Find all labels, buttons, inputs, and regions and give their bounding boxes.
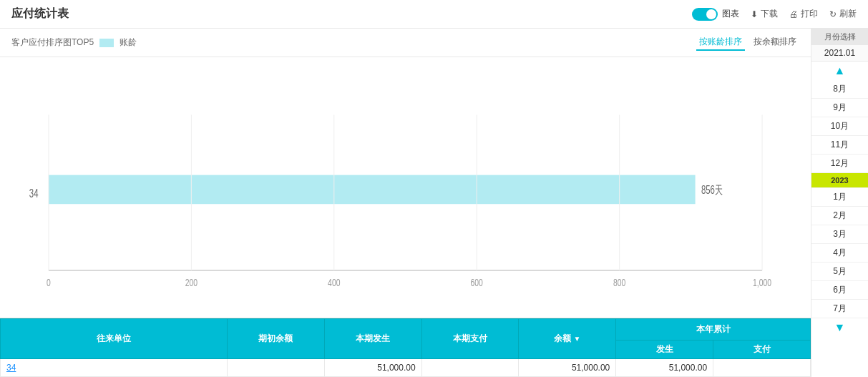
sidebar-month-4[interactable]: 4月 bbox=[811, 244, 868, 263]
svg-text:800: 800 bbox=[613, 277, 625, 288]
col-unit-header: 往来单位 bbox=[1, 319, 228, 359]
col-ytd-pay-header: 支付 bbox=[713, 341, 811, 359]
legend-title: 客户应付排序图TOP5 bbox=[11, 36, 94, 49]
sidebar-month-7[interactable]: 7月 bbox=[811, 300, 868, 318]
sidebar-title: 月份选择 bbox=[811, 29, 868, 45]
svg-text:600: 600 bbox=[471, 277, 483, 288]
sort-by-balance-button[interactable]: 按余额排序 bbox=[751, 34, 799, 51]
download-icon: ⬇ bbox=[751, 9, 758, 19]
sidebar-month-3[interactable]: 3月 bbox=[811, 225, 868, 244]
svg-text:856天: 856天 bbox=[701, 183, 723, 196]
sidebar-month-8[interactable]: 8月 bbox=[811, 80, 868, 99]
print-label: 打印 bbox=[801, 8, 818, 20]
table-header-row-1: 往来单位 期初余额 本期发生 本期支付 余额 ▼ 本年累计 bbox=[1, 319, 811, 341]
table-area: 往来单位 期初余额 本期发生 本期支付 余额 ▼ 本年累计 bbox=[0, 318, 811, 377]
chart-header: 客户应付排序图TOP5 账龄 按账龄排序 按余额排序 bbox=[0, 29, 811, 57]
svg-text:34: 34 bbox=[29, 187, 39, 200]
page-container: 应付统计表 图表 ⬇ 下载 🖨 打印 ↻ 刷新 bbox=[0, 0, 868, 377]
download-button[interactable]: ⬇ 下载 bbox=[751, 8, 778, 20]
sidebar-month-5[interactable]: 5月 bbox=[811, 263, 868, 281]
cell-balance: 51,000.00 bbox=[519, 359, 616, 377]
chart-toggle-switch[interactable] bbox=[692, 8, 718, 21]
col-ytd-header: 本年累计 bbox=[616, 319, 811, 341]
table-wrapper: 往来单位 期初余额 本期发生 本期支付 余额 ▼ 本年累计 bbox=[0, 318, 811, 377]
sidebar-month-10[interactable]: 10月 bbox=[811, 117, 868, 136]
sidebar-month-12[interactable]: 12月 bbox=[811, 155, 868, 173]
sidebar-year-input[interactable]: 2021.01 bbox=[811, 45, 868, 62]
cell-ytd-occur: 51,000.00 bbox=[616, 359, 713, 377]
cell-current-pay bbox=[421, 359, 519, 377]
chart-toggle-label: 图表 bbox=[722, 8, 739, 20]
col-ytd-occur-header: 发生 bbox=[616, 341, 713, 359]
refresh-label: 刷新 bbox=[839, 8, 857, 20]
table-body: 34 51,000.00 51,000.00 51,000.00 bbox=[1, 359, 811, 377]
chart-sort-buttons: 按账龄排序 按余额排序 bbox=[696, 34, 799, 51]
balance-sort-icon[interactable]: ▼ bbox=[574, 335, 581, 343]
cell-current-occur: 51,000.00 bbox=[324, 359, 421, 377]
cell-ytd-pay bbox=[713, 359, 811, 377]
col-current-occur-header: 本期发生 bbox=[324, 319, 421, 359]
data-table: 往来单位 期初余额 本期发生 本期支付 余额 ▼ 本年累计 bbox=[0, 318, 811, 377]
cell-unit: 34 bbox=[1, 359, 228, 377]
svg-text:1,000: 1,000 bbox=[753, 277, 771, 288]
print-button[interactable]: 🖨 打印 bbox=[789, 8, 818, 20]
col-balance-header: 余额 ▼ bbox=[519, 319, 616, 359]
header: 应付统计表 图表 ⬇ 下载 🖨 打印 ↻ 刷新 bbox=[0, 0, 868, 29]
col-opening-header: 期初余额 bbox=[227, 319, 324, 359]
chart-toggle-group[interactable]: 图表 bbox=[692, 8, 739, 21]
refresh-icon: ↻ bbox=[829, 9, 837, 19]
sidebar-month-9[interactable]: 9月 bbox=[811, 99, 868, 117]
unit-link[interactable]: 34 bbox=[6, 363, 16, 373]
legend-label: 账龄 bbox=[120, 36, 137, 49]
header-actions: 图表 ⬇ 下载 🖨 打印 ↻ 刷新 bbox=[692, 8, 857, 21]
sidebar-year-marker-2023[interactable]: 2023 bbox=[811, 173, 868, 188]
sidebar-month-1[interactable]: 1月 bbox=[811, 188, 868, 207]
sidebar-month-6[interactable]: 6月 bbox=[811, 281, 868, 300]
chart-legend: 客户应付排序图TOP5 账龄 bbox=[11, 36, 137, 49]
page-title: 应付统计表 bbox=[11, 6, 69, 21]
sidebar-down-arrow[interactable]: ▼ bbox=[811, 318, 868, 337]
svg-text:200: 200 bbox=[185, 277, 198, 288]
sidebar-month-11[interactable]: 11月 bbox=[811, 136, 868, 155]
download-label: 下载 bbox=[761, 8, 778, 20]
svg-text:400: 400 bbox=[328, 277, 340, 288]
sidebar-up-arrow[interactable]: ▲ bbox=[811, 62, 868, 80]
svg-text:0: 0 bbox=[47, 277, 51, 288]
legend-box bbox=[99, 39, 114, 47]
refresh-button[interactable]: ↻ 刷新 bbox=[829, 8, 857, 20]
chart-container: 34 856天 0 200 400 600 800 1,000 bbox=[0, 57, 811, 318]
chart-svg: 34 856天 0 200 400 600 800 1,000 bbox=[11, 63, 799, 312]
col-current-pay-header: 本期支付 bbox=[421, 319, 519, 359]
table-row: 34 51,000.00 51,000.00 51,000.00 bbox=[1, 359, 811, 377]
sidebar: 月份选择 2021.01 ▲ 8月 9月 10月 11月 12月 2023 1月… bbox=[811, 29, 868, 377]
sort-by-age-button[interactable]: 按账龄排序 bbox=[696, 34, 745, 51]
svg-rect-1 bbox=[49, 175, 696, 205]
cell-opening bbox=[227, 359, 324, 377]
chart-area: 客户应付排序图TOP5 账龄 按账龄排序 按余额排序 34 856天 bbox=[0, 29, 811, 377]
sidebar-month-2[interactable]: 2月 bbox=[811, 207, 868, 225]
print-icon: 🖨 bbox=[789, 9, 798, 19]
main-content: 客户应付排序图TOP5 账龄 按账龄排序 按余额排序 34 856天 bbox=[0, 29, 868, 377]
